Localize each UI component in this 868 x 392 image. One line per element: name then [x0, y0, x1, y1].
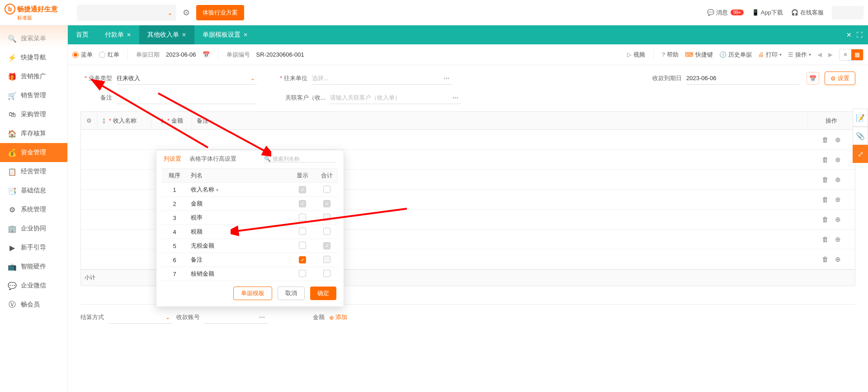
rel-customer-input[interactable]: 请输入关联客户（收入单） ⋯	[330, 91, 461, 104]
popup-search-input[interactable]	[273, 156, 336, 162]
settings-button[interactable]: ⚙设置	[825, 72, 855, 85]
account-select[interactable]: ⋯	[204, 311, 268, 324]
add-row-icon[interactable]: ⊕	[835, 255, 841, 263]
sidebar-item-fund[interactable]: 💰资金管理	[0, 143, 67, 162]
app-download-link[interactable]: 📱 App下载	[752, 9, 783, 17]
col-amount[interactable]: ▲▼ *金额	[151, 112, 192, 129]
checkbox-icon[interactable]: ✓	[299, 200, 306, 207]
biz-type-select[interactable]: 往来收入 ⌄	[117, 72, 257, 85]
add-row-icon[interactable]: ⊕	[835, 136, 841, 144]
checkbox-icon[interactable]	[299, 214, 306, 221]
cancel-button[interactable]: 取消	[278, 287, 305, 300]
calendar-icon[interactable]: 📅	[203, 51, 210, 58]
close-icon[interactable]: ✕	[127, 32, 131, 38]
sidebar-item-system[interactable]: ⚙系统管理	[0, 200, 67, 219]
add-row-icon[interactable]: ⊕	[835, 215, 841, 224]
delete-row-icon[interactable]: 🗑	[822, 136, 829, 144]
shortcut-link[interactable]: ⌨快捷键	[685, 51, 713, 59]
online-service-link[interactable]: 🎧 在线客服	[791, 9, 824, 17]
sidebar-item-stock[interactable]: 🏠库存核算	[0, 124, 67, 143]
delete-row-icon[interactable]: 🗑	[822, 196, 829, 204]
tab-close-icon[interactable]: ✕	[846, 31, 852, 38]
popup-row[interactable]: 4 税额	[162, 225, 338, 239]
checkbox-icon[interactable]	[323, 186, 330, 193]
rail-note-icon[interactable]: 📝	[853, 109, 868, 127]
popup-row[interactable]: 3 税率	[162, 211, 338, 225]
template-button[interactable]: 单据模板	[233, 287, 272, 300]
tab-单据模板设置[interactable]: 单据模板设置✕	[194, 25, 256, 44]
checkbox-icon[interactable]: ✓	[299, 256, 306, 263]
rail-attach-icon[interactable]: 📎	[853, 127, 868, 145]
sidebar-item-biz[interactable]: 📋经营管理	[0, 162, 67, 181]
settle-method-select[interactable]: ⌄	[108, 311, 172, 324]
sidebar-item-search[interactable]: 🔍搜索菜单	[0, 29, 67, 48]
checkbox-icon[interactable]: ✓	[299, 186, 306, 193]
remark-input[interactable]	[117, 91, 257, 104]
ops-link[interactable]: ☰操作▾	[788, 51, 811, 59]
add-row-icon[interactable]: ⊕	[835, 156, 841, 164]
confirm-button[interactable]: 确定	[310, 287, 336, 300]
tab-其他收入单[interactable]: 其他收入单✕	[139, 25, 194, 44]
column-settings-gear-icon[interactable]: ⚙	[81, 112, 97, 129]
header-gear-icon[interactable]: ⚙	[183, 8, 190, 18]
checkbox-icon[interactable]	[299, 228, 306, 235]
nav-next-icon[interactable]: ▶	[828, 51, 833, 58]
add-row-icon[interactable]: ⊕	[835, 196, 841, 204]
radio-red[interactable]: 红单	[99, 51, 119, 59]
delete-row-icon[interactable]: 🗑	[822, 176, 829, 184]
popup-search[interactable]: 🔍	[264, 156, 336, 163]
doc-date-value[interactable]: 2023-06-06	[166, 51, 196, 58]
checkbox-icon[interactable]: ✓	[323, 200, 330, 207]
table-row[interactable]: 🗑⊕	[81, 130, 855, 150]
checkbox-icon[interactable]	[323, 270, 330, 277]
view-card-icon[interactable]: ▦	[851, 49, 863, 60]
user-avatar-placeholder[interactable]	[832, 6, 863, 19]
sidebar-item-basic[interactable]: 📑基础信息	[0, 181, 67, 200]
sidebar-item-vip[interactable]: Ⓥ畅会员	[0, 295, 67, 314]
sidebar-item-sales[interactable]: 🛒销售管理	[0, 86, 67, 105]
checkbox-icon[interactable]	[299, 242, 306, 249]
popup-tab-font[interactable]: 表格字体行高设置	[189, 155, 236, 163]
sidebar-item-quick[interactable]: ⚡快捷导航	[0, 48, 67, 67]
close-icon[interactable]: ✕	[182, 32, 186, 38]
print-link[interactable]: 🖨打印▾	[758, 51, 782, 59]
delete-row-icon[interactable]: 🗑	[822, 235, 829, 244]
nav-prev-icon[interactable]: ◀	[817, 51, 822, 58]
checkbox-icon[interactable]	[299, 270, 306, 277]
popup-tab-columns[interactable]: 列设置	[164, 155, 181, 163]
sidebar-item-purchase[interactable]: 🛍采购管理	[0, 105, 67, 124]
delete-row-icon[interactable]: 🗑	[822, 255, 829, 263]
add-settlement-link[interactable]: ⊕添加	[329, 313, 347, 321]
partner-select[interactable]: 选择... ⋯	[312, 72, 452, 85]
sidebar-item-promo[interactable]: 🎁营销推广	[0, 67, 67, 86]
calendar-orange-icon[interactable]: 📅	[807, 72, 819, 85]
chevron-down-icon[interactable]: ▾	[216, 187, 218, 192]
checkbox-icon[interactable]: ✓	[323, 242, 330, 249]
messages-link[interactable]: 💬 消息 99+	[707, 9, 744, 17]
tab-首页[interactable]: 首页	[68, 25, 97, 44]
popup-row[interactable]: 7 核销金额	[162, 267, 338, 281]
delete-row-icon[interactable]: 🗑	[822, 215, 829, 224]
close-icon[interactable]: ✕	[243, 32, 248, 38]
tab-付款单[interactable]: 付款单✕	[97, 25, 139, 44]
view-list-icon[interactable]: ≡	[840, 49, 851, 60]
try-industry-button[interactable]: 体验行业方案	[196, 5, 244, 20]
add-row-icon[interactable]: ⊕	[835, 235, 841, 244]
due-date-input[interactable]: 2023-06-06	[686, 72, 799, 85]
sidebar-item-wecom[interactable]: 💬企业微信	[0, 276, 67, 295]
company-selector[interactable]: ⌄	[77, 5, 176, 21]
col-income-name[interactable]: ▲▼ *收入名称	[97, 112, 151, 129]
sidebar-item-smart[interactable]: 📺智能硬件	[0, 257, 67, 276]
sidebar-item-guide[interactable]: ▶新手引导	[0, 238, 67, 257]
checkbox-icon[interactable]	[323, 228, 330, 235]
radio-blue[interactable]: 蓝单	[72, 51, 93, 59]
delete-row-icon[interactable]: 🗑	[822, 156, 829, 164]
help-link[interactable]: ?帮助	[662, 51, 679, 59]
sidebar-item-ent[interactable]: 🏢企业协同	[0, 219, 67, 238]
popup-row[interactable]: 1 收入名称 ▾ ✓	[162, 183, 338, 197]
video-link[interactable]: ▷视频	[627, 51, 645, 59]
popup-row[interactable]: 5 无税金额 ✓	[162, 239, 338, 253]
popup-row[interactable]: 6 备注 ✓	[162, 253, 338, 267]
rail-expand-icon[interactable]: ⤢	[853, 145, 868, 163]
add-row-icon[interactable]: ⊕	[835, 176, 841, 184]
